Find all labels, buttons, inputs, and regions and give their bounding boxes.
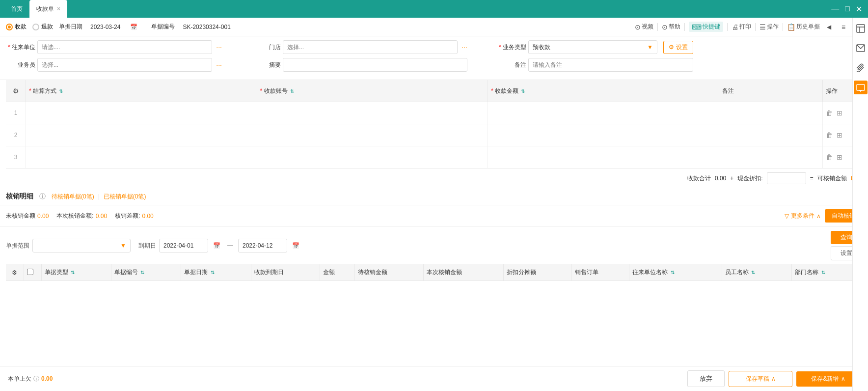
sort-settlement-icon[interactable]: ⇅ (59, 88, 63, 94)
salesperson-input[interactable] (37, 58, 212, 72)
row-account-3[interactable] (257, 146, 488, 168)
video-link[interactable]: ⊙ 视频 (635, 23, 653, 31)
help-link[interactable]: ⊙ 帮助 (662, 23, 680, 31)
sort-docnum-icon[interactable]: ⇅ (140, 270, 144, 275)
sidebar-paperclip-icon[interactable] (854, 61, 868, 75)
bth-pending: 待核销金额 (354, 264, 423, 281)
tab-done[interactable]: 已核销单据(0笔) (104, 193, 146, 201)
bth-doc-type: 单据类型 ⇅ (41, 264, 111, 281)
row-account-1[interactable] (257, 102, 488, 124)
note-input[interactable] (528, 58, 693, 72)
bottom-settings-icon[interactable]: ⚙ (12, 269, 17, 276)
radio-receipt[interactable]: 收款 (6, 23, 27, 31)
stat-uncanceled: 未核销金额 0.00 (6, 212, 49, 220)
th-settings[interactable]: ⚙ (6, 80, 26, 102)
discount-input[interactable] (767, 172, 806, 184)
tab-home[interactable]: 首页 (4, 0, 29, 18)
stat-diff: 核销差额: 0.00 (115, 212, 154, 220)
row-settlement-2[interactable] (26, 124, 257, 146)
date-from-input[interactable] (159, 239, 208, 252)
row-note-3[interactable] (719, 146, 822, 168)
sidebar-mail-icon[interactable] (854, 41, 868, 55)
copy-row-3-icon[interactable]: ⊞ (837, 153, 842, 161)
row-settlement-3[interactable] (26, 146, 257, 168)
store-input[interactable] (283, 40, 458, 54)
window-controls: — □ ✕ (829, 3, 864, 15)
row-amount-3[interactable] (488, 146, 719, 168)
counterpart-label: 往来单位 (6, 43, 35, 52)
close-window-icon[interactable]: ✕ (854, 3, 864, 15)
restore-icon[interactable]: □ (843, 3, 852, 14)
more-conditions-btn[interactable]: ▽ 更多条件 ∧ (785, 212, 821, 220)
range-field: 单据范围 ▼ (6, 239, 131, 252)
filter-row: 单据范围 ▼ 到期日 📅 — 📅 查询 设置 (0, 226, 868, 264)
table-settings-icon[interactable]: ⚙ (9, 84, 23, 98)
sort-docdate-icon[interactable]: ⇅ (211, 270, 215, 275)
row-note-1[interactable] (719, 102, 822, 124)
calendar-to-icon[interactable]: 📅 (292, 242, 299, 249)
delete-row-3-icon[interactable]: 🗑 (826, 153, 833, 161)
main-container: 收款 退款 单据日期 2023-03-24 📅 单据编号 SK-20230324… (0, 18, 868, 391)
sort-dept-icon[interactable]: ⇅ (821, 270, 825, 275)
minimize-icon[interactable]: — (829, 3, 841, 14)
plus-sign: + (730, 175, 733, 182)
calendar-icon[interactable]: 📅 (130, 24, 137, 30)
print-link[interactable]: 🖨 打印 (732, 23, 751, 31)
save-new-btn[interactable]: 保存&新增 ∧ (796, 371, 860, 387)
history-link[interactable]: 📋 历史单据 (787, 23, 820, 31)
save-draft-btn[interactable]: 保存草稿 ∧ (729, 371, 792, 387)
footer-label: 本单上欠 (8, 375, 31, 383)
tab-pending[interactable]: 待核销单据(0笔) (52, 193, 94, 201)
sidebar-screen-icon[interactable] (854, 81, 868, 94)
row-note-2[interactable] (719, 124, 822, 146)
delete-row-1-icon[interactable]: 🗑 (826, 109, 833, 117)
date-to-input[interactable] (238, 239, 287, 252)
tab-receipt-label: 收款单 (36, 5, 54, 13)
shortcut-label: 快捷键 (703, 23, 720, 31)
bth-discount: 折扣分摊额 (503, 264, 572, 281)
bth-checkbox[interactable] (24, 264, 41, 281)
draft-btn-label: 保存草稿 (746, 375, 769, 383)
delete-row-2-icon[interactable]: 🗑 (826, 131, 833, 139)
row-amount-1[interactable] (488, 102, 719, 124)
counterpart-input[interactable] (37, 40, 212, 54)
row-settlement-1[interactable] (26, 102, 257, 124)
radio-refund[interactable]: 退款 (32, 23, 53, 31)
calendar-from-icon[interactable]: 📅 (213, 242, 220, 249)
copy-row-1-icon[interactable]: ⊞ (837, 109, 842, 117)
section-help-icon[interactable]: ⓘ (39, 192, 46, 201)
operation-link[interactable]: ☰ 操作 (760, 23, 779, 31)
help-label: 帮助 (669, 23, 680, 31)
biz-type-select[interactable]: 预收款 ▼ (528, 40, 657, 54)
summary-input[interactable] (283, 58, 467, 72)
sort-employee-icon[interactable]: ⇅ (751, 270, 755, 275)
sort-counterpart-icon[interactable]: ⇅ (671, 270, 675, 275)
bth-settings[interactable]: ⚙ (6, 264, 24, 281)
shortcut-link[interactable]: ⌨ 快捷键 (689, 22, 723, 32)
note-field: 备注 (497, 58, 693, 72)
sort-account-icon[interactable]: ⇅ (290, 88, 294, 94)
counterpart-more-icon[interactable]: ··· (216, 43, 222, 51)
store-more-icon[interactable]: ··· (461, 43, 467, 51)
settings-button[interactable]: ⚙ 设置 (663, 41, 693, 54)
counterpart-field: 往来单位 ··· (6, 40, 222, 54)
sort-doctype-icon[interactable]: ⇅ (71, 270, 75, 275)
row-account-2[interactable] (257, 124, 488, 146)
tab-receipt[interactable]: 收款单 × (29, 0, 67, 18)
list-view-icon[interactable]: ≡ (838, 22, 849, 32)
range-select[interactable]: ▼ (32, 239, 131, 252)
nav-prev[interactable]: ◀ (824, 22, 834, 32)
copy-row-2-icon[interactable]: ⊞ (837, 131, 842, 139)
sort-amount-icon[interactable]: ⇅ (521, 88, 525, 94)
number-value: SK-20230324-001 (183, 24, 230, 30)
close-tab-icon[interactable]: × (57, 5, 60, 12)
footer-info-icon[interactable]: ⓘ (33, 375, 39, 383)
svg-rect-4 (857, 84, 865, 90)
select-all-checkbox[interactable] (27, 269, 33, 275)
page-footer: 本单上欠 ⓘ 0.00 放弃 保存草稿 ∧ 保存&新增 ∧ (0, 366, 868, 391)
abandon-btn[interactable]: 放弃 (687, 370, 725, 387)
salesperson-more-icon[interactable]: ··· (216, 61, 222, 69)
biz-type-field: 业务类型 预收款 ▼ ⚙ 设置 (497, 40, 693, 54)
row-amount-2[interactable] (488, 124, 719, 146)
sidebar-table-icon[interactable] (854, 22, 868, 35)
